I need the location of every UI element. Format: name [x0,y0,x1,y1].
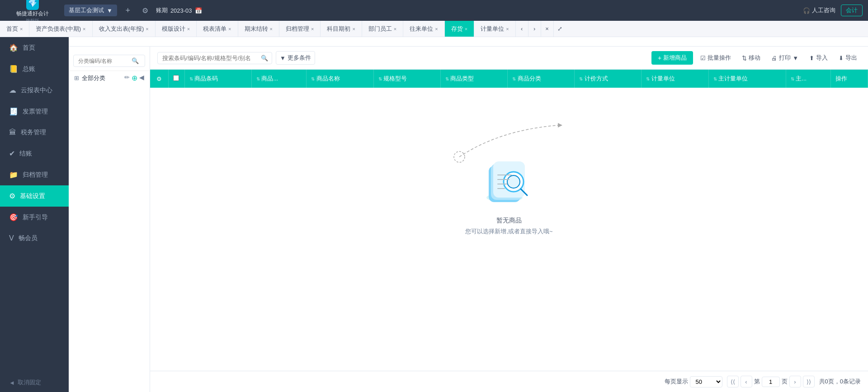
next-page-button[interactable]: › [789,376,801,387]
sidebar-item-ledger[interactable]: 📒 总账 [0,58,69,80]
collapse-panel-icon[interactable]: ◀ [139,74,144,82]
service-label: 人工咨询 [812,6,835,14]
col-type[interactable]: ⇅ 商品类型 [440,70,507,88]
print-button[interactable]: 🖨 打印 ▼ [768,52,802,64]
col-barcode[interactable]: ⇅ 商品条码 [184,70,251,88]
col-label: 操作 [835,75,847,82]
col-price-method[interactable]: ⇅ 计价方式 [575,70,642,88]
col-unit[interactable]: ⇅ 计量单位 [642,70,708,88]
export-button[interactable]: ⬇ 导出 [835,52,861,64]
add-tab-button[interactable]: + [122,4,134,17]
product-search-icon[interactable]: 🔍 [257,52,272,64]
sidebar-item-invoice[interactable]: 🧾 发票管理 [0,101,69,122]
sidebar-item-guide[interactable]: 🎯 新手引导 [0,207,69,228]
tab-label: 科目期初 [327,25,350,33]
account-button[interactable]: 会计 [841,5,863,16]
category-search-input[interactable] [74,56,128,66]
sidebar-item-tax[interactable]: 🏛 税务管理 [0,122,69,143]
close-icon[interactable]: × [270,26,273,32]
tab-close-all-button[interactable]: × [541,21,554,37]
tab-next-button[interactable]: › [528,21,541,37]
col-code[interactable]: ⇅ 商品... [251,70,307,88]
guide-icon: 🎯 [9,213,18,222]
select-all-checkbox[interactable] [173,75,179,81]
tab-expand-button[interactable]: ⤢ [554,21,566,37]
close-icon[interactable]: × [435,26,438,32]
sort-icon: ⇅ [512,76,516,81]
close-icon[interactable]: × [146,26,148,32]
per-page-label: 每页显示 [665,378,688,386]
add-product-button[interactable]: + 新增商品 [651,51,693,65]
close-icon[interactable]: × [20,26,23,32]
category-all[interactable]: ⊞ 全部分类 ✏ ⊕ ◀ [69,71,150,85]
tab-balance-sheet[interactable]: 资产负债表(中期) × [29,21,92,37]
first-page-button[interactable]: ⟨⟨ [727,376,739,387]
tab-tax-list[interactable]: 税表清单 × [197,21,238,37]
col-label: 商品名称 [316,75,340,82]
page-size-selector[interactable]: 每页显示 20 50 100 [665,376,722,387]
tab-income-statement[interactable]: 收入支出表(年报) × [93,21,156,37]
last-page-button[interactable]: ⟩⟩ [803,376,815,387]
tab-period-close[interactable]: 期末结转 × [238,21,279,37]
close-icon[interactable]: × [228,26,231,32]
tab-archive[interactable]: 归档管理 × [279,21,321,37]
sidebar-label: 结账 [19,150,32,158]
close-icon[interactable]: × [311,26,314,32]
export-label: 导出 [845,54,857,62]
table-scroll[interactable]: ⚙ ⇅ 商品条码 ⇅ 商品... [150,70,868,371]
col-checkbox[interactable] [168,70,184,88]
product-search-box[interactable]: 🔍 [157,52,272,64]
col-spec[interactable]: ⇅ 规格型号 [373,70,440,88]
page-size-select[interactable]: 20 50 100 [690,376,722,387]
settings-icon[interactable]: ⚙ [139,4,151,17]
col-extra[interactable]: ⇅ 主... [786,70,830,88]
close-icon[interactable]: × [187,26,190,32]
product-search-input[interactable] [158,52,257,64]
close-icon[interactable]: × [394,26,396,32]
tab-unit[interactable]: 计量单位 × [474,21,515,37]
tab-template-design[interactable]: 模版设计 × [156,21,197,37]
tab-label: 期末结转 [245,25,268,33]
batch-button[interactable]: ☑ 批量操作 [697,52,735,64]
close-icon[interactable]: × [352,26,355,32]
col-category[interactable]: ⇅ 商品分类 [508,70,575,88]
company-selector[interactable]: 基层工会测试 ▼ [64,5,117,16]
close-icon[interactable]: × [506,26,509,32]
pagination-bar: 每页显示 20 50 100 ⟨⟨ ‹ 第 页 › [150,371,868,392]
sidebar-item-member[interactable]: V 畅会员 [0,228,69,249]
tab-homepage[interactable]: 首页 × [0,21,29,37]
sidebar-item-home[interactable]: 🏠 首页 [0,37,69,58]
close-icon[interactable]: × [465,26,467,32]
tab-contacts[interactable]: 往来单位 × [403,21,444,37]
close-icon[interactable]: × [83,26,85,32]
filter-button[interactable]: ▼ 更多条件 [276,51,315,65]
sidebar-item-report[interactable]: ☁ 云报表中心 [0,80,69,101]
right-content: 🔍 ▼ 更多条件 + 新增商品 ☑ 批量操作 [150,47,868,392]
tab-subject-init[interactable]: 科目期初 × [321,21,362,37]
category-search-box[interactable]: 🔍 [73,55,145,67]
sidebar-item-settings[interactable]: ⚙ 基础设置 [0,185,69,207]
tab-label: 资产负债表(中期) [36,25,81,33]
add-category-icon[interactable]: ⊕ [132,74,137,82]
move-button[interactable]: ⇅ 移动 [738,52,764,64]
import-button[interactable]: ⬆ 导入 [806,52,831,64]
edit-icon[interactable]: ✏ [124,74,130,82]
col-main-unit[interactable]: ⇅ 主计量单位 [708,70,786,88]
tab-inventory[interactable]: 存货 × [445,21,474,37]
col-settings[interactable]: ⚙ [150,70,168,88]
sidebar-item-archive[interactable]: 📁 归档管理 [0,164,69,185]
service-button[interactable]: 🎧 人工咨询 [803,6,835,14]
cloud-icon: ☁ [9,86,16,94]
sidebar: 🏠 首页 📒 总账 ☁ 云报表中心 🧾 发票管理 🏛 税务管理 ✔ 结账 📁 归… [0,37,69,392]
page-number-input[interactable] [762,377,780,387]
sidebar-item-close[interactable]: ✔ 结账 [0,143,69,164]
svg-point-7 [507,175,520,188]
tab-prev-button[interactable]: ‹ [516,21,528,37]
calendar-icon[interactable]: 📅 [195,7,202,14]
col-name[interactable]: ⇅ 商品名称 [307,70,373,88]
tab-department[interactable]: 部门员工 × [362,21,403,37]
category-search-icon[interactable]: 🔍 [128,55,142,66]
prev-page-button[interactable]: ‹ [741,376,752,387]
sort-icon: ⇅ [713,76,717,81]
sidebar-collapse[interactable]: ◄ 取消固定 [0,373,69,392]
